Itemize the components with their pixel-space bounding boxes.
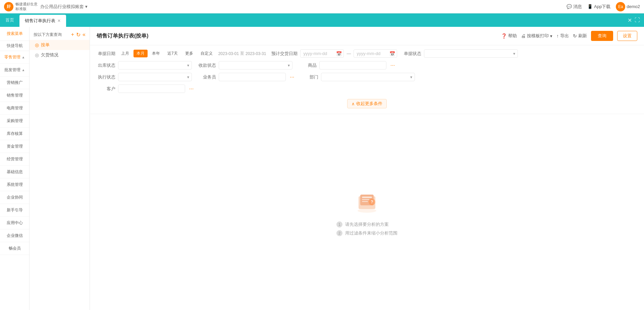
page-title: 销售订单执行表(按单) [97, 33, 149, 40]
sidebar-item-basic[interactable]: 基础信息 [0, 166, 29, 178]
date-btn-thismonth[interactable]: 本月 [133, 50, 148, 57]
delivery-select[interactable] [118, 61, 192, 69]
filter-salesperson: 业务员 ··· [197, 73, 294, 81]
sidebar-item-member[interactable]: 畅会员 [0, 242, 29, 255]
sidebar-item-appstore[interactable]: 应用中心 [0, 217, 29, 229]
date-btn-lastmonth[interactable]: 上月 [118, 50, 132, 57]
app-download-button[interactable]: 📱 App下载 [587, 4, 610, 10]
sidebar-item-purchase[interactable]: 采购管理 [0, 115, 29, 127]
sidebar-item-wholesale[interactable]: 批发管理 ▲ [0, 64, 29, 76]
main-layout: 搜索菜单 快捷导航 零售管理 ▲ 批发管理 ▲ 营销推广 销售管理 电商管理 采… [0, 27, 644, 310]
page-header: 销售订单执行表(按单) ❓ 帮助 🖨 按模板打印 ▾ ↑ 导出 [90, 27, 644, 45]
sidebar-item-system[interactable]: 系统管理 [0, 178, 29, 191]
sidebar-search-button[interactable]: 搜索菜单 [3, 30, 26, 38]
sub-nav-actions: + ↻ « [71, 32, 86, 38]
filter-expected-date: 预计交货日期 📅 — 📅 [271, 49, 397, 58]
app-dropdown[interactable]: 办公用品行业模拟账套 ▾ [40, 4, 88, 10]
filter-area: 单据日期 上月 本月 本年 近7天 更多 自定义 2023-03-01 至 [90, 45, 644, 114]
filter-row-2: 出库状态 收款状态 [97, 61, 637, 69]
sidebar-item-ecommerce[interactable]: 电商管理 [0, 102, 29, 115]
user-profile[interactable]: Ea demo2 [616, 2, 640, 11]
close-window-icon[interactable]: ✕ [628, 17, 632, 23]
sidebar-item-inventory[interactable]: 库存核算 [0, 127, 29, 140]
refresh-icon: ↻ [573, 33, 577, 39]
sub-nav-collapse-icon[interactable]: « [83, 32, 86, 38]
expected-date-end-input[interactable] [354, 49, 397, 58]
customer-more-icon[interactable]: ··· [189, 86, 194, 92]
query-button[interactable]: 查询 [591, 31, 613, 41]
sub-nav: 按以下方案查询 + ↻ « ◎ 按单 ◎ 欠货情况 [30, 27, 90, 310]
help-icon: ❓ [501, 33, 507, 39]
sidebar-item-retail[interactable]: 零售管理 ▲ [0, 51, 29, 64]
sidebar-item-finance[interactable]: 资金管理 [0, 140, 29, 153]
nav-tabs: 首页 销售订单执行表 ✕ ✕ ⛶ [0, 13, 644, 27]
print-icon: 🖨 [521, 33, 526, 39]
print-button[interactable]: 🖨 按模板打印 ▾ [521, 33, 552, 39]
date-btn-custom[interactable]: 自定义 [198, 50, 216, 57]
goods-more-icon[interactable]: ··· [390, 62, 395, 68]
filter-execution: 执行状态 [97, 73, 192, 81]
department-select-wrapper [321, 73, 415, 81]
expected-date-end-wrapper: 📅 [354, 49, 397, 58]
chevron-down-icon: ▾ [85, 4, 88, 9]
sidebar-item-wechat[interactable]: 企业微信 [0, 229, 29, 242]
top-bar: 好 畅捷通好生意 标准版 办公用品行业模拟账套 ▾ 💬 消息 📱 App下载 E… [0, 0, 644, 13]
empty-hints: 1 请先选择要分析的方案 2 用过滤条件来缩小分析范围 [336, 221, 397, 236]
expected-date-start-input[interactable] [300, 49, 344, 58]
filter-doc-status: 单据状态 [402, 49, 518, 58]
sidebar-item-newuser[interactable]: 新手引导 [0, 204, 29, 217]
export-button[interactable]: ↑ 导出 [556, 33, 569, 39]
filter-department: 部门 [300, 73, 415, 81]
expected-date-start-wrapper: 📅 [300, 49, 344, 58]
execution-select[interactable] [118, 73, 192, 81]
top-bar-left: 好 畅捷通好生意 标准版 办公用品行业模拟账套 ▾ [4, 2, 88, 11]
sidebar-quick-nav[interactable]: 快捷导航 [0, 41, 29, 51]
doc-status-select-wrapper [424, 49, 518, 58]
restore-window-icon[interactable]: ⛶ [635, 17, 640, 23]
logo-area: 好 畅捷通好生意 标准版 [4, 2, 38, 11]
svg-rect-3 [362, 197, 372, 198]
salesperson-input[interactable] [219, 73, 286, 81]
date-btn-more[interactable]: 更多 [182, 50, 196, 57]
doc-status-select[interactable] [424, 49, 518, 58]
payment-select-wrapper [219, 61, 292, 69]
date-btn-thisyear[interactable]: 本年 [149, 50, 163, 57]
tab-close-icon[interactable]: ✕ [57, 18, 61, 23]
message-button[interactable]: 💬 消息 [567, 4, 582, 10]
date-btn-last7[interactable]: 近7天 [164, 50, 181, 57]
sidebar-item-company[interactable]: 企业协同 [0, 191, 29, 204]
sub-nav-refresh-icon[interactable]: ↻ [76, 32, 80, 38]
retail-arrow-icon: ▲ [22, 55, 25, 59]
sidebar-item-marketing[interactable]: 营销推广 [0, 76, 29, 89]
filter-date-buttons: 上月 本月 本年 近7天 更多 自定义 [118, 50, 216, 57]
sidebar-item-sales[interactable]: 销售管理 [0, 89, 29, 102]
filter-row-4: 客户 ··· [97, 85, 637, 93]
empty-hint-2: 2 用过滤条件来缩小分析范围 [336, 230, 397, 236]
collapse-button[interactable]: ∧ 收起更多条件 [347, 99, 387, 108]
filter-row-3: 执行状态 业务员 ··· 部门 [97, 73, 637, 81]
sub-nav-item-owe[interactable]: ◎ 欠货情况 [30, 50, 90, 60]
refresh-button[interactable]: ↻ 刷新 [573, 33, 587, 39]
payment-select[interactable] [219, 61, 292, 69]
filter-row-1: 单据日期 上月 本月 本年 近7天 更多 自定义 2023-03-01 至 [97, 49, 637, 58]
customer-input[interactable] [118, 85, 185, 93]
filter-payment: 收款状态 [197, 61, 292, 69]
sidebar-item-operation[interactable]: 经营管理 [0, 153, 29, 166]
tab-home[interactable]: 首页 [0, 13, 19, 27]
collapse-row: ∧ 收起更多条件 [97, 96, 637, 110]
filter-date: 单据日期 上月 本月 本年 近7天 更多 自定义 2023-03-01 至 [97, 50, 266, 57]
department-select[interactable] [321, 73, 415, 81]
svg-rect-4 [362, 199, 369, 200]
svg-text:?: ? [371, 200, 373, 204]
salesperson-more-icon[interactable]: ··· [290, 74, 294, 80]
sub-nav-item-press[interactable]: ◎ 按单 [30, 40, 90, 50]
goods-input[interactable] [319, 61, 386, 69]
svg-point-0 [358, 209, 376, 213]
tab-sales-order[interactable]: 销售订单执行表 ✕ [19, 15, 66, 27]
sub-nav-add-icon[interactable]: + [71, 32, 74, 38]
settings-button[interactable]: 设置 [617, 31, 637, 41]
print-dropdown-icon: ▾ [550, 34, 552, 39]
help-button[interactable]: ❓ 帮助 [501, 33, 517, 39]
wholesale-arrow-icon: ▲ [22, 68, 25, 72]
owe-item-icon: ◎ [35, 52, 39, 58]
